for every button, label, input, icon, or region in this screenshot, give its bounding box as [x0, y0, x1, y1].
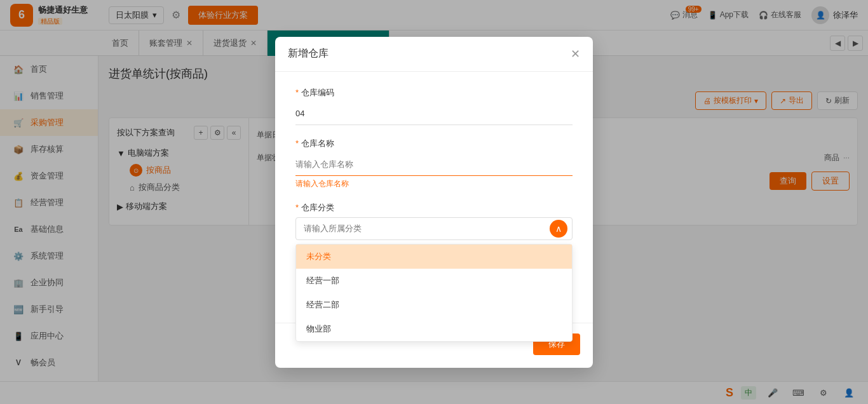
- form-row-name: * 仓库名称 请输入仓库名称: [295, 138, 573, 189]
- category-label: * 仓库分类: [295, 202, 573, 213]
- name-error-msg: 请输入仓库名称: [295, 178, 573, 189]
- dialog-title: 新增仓库: [288, 47, 329, 60]
- name-label: * 仓库名称: [295, 138, 573, 149]
- dropdown-item-dept2[interactable]: 经营二部: [296, 293, 572, 317]
- dropdown-item-dept3[interactable]: 物业部: [296, 317, 572, 341]
- code-label: * 仓库编码: [295, 87, 573, 98]
- name-input[interactable]: [295, 153, 573, 176]
- category-dropdown: 未分类 经营一部 经营二部 物业部: [295, 244, 573, 342]
- dialog-header: 新增仓库 ✕: [275, 37, 593, 72]
- new-warehouse-dialog: 新增仓库 ✕ * 仓库编码 * 仓库名称 请输入仓库名称: [275, 37, 593, 368]
- category-input[interactable]: [295, 217, 573, 240]
- code-input[interactable]: [295, 102, 573, 125]
- dropdown-item-dept1[interactable]: 经营一部: [296, 269, 572, 293]
- form-row-category: * 仓库分类 ∧ 未分类 经营一部 经营二部 物业部: [295, 202, 573, 240]
- category-select-wrapper: ∧ 未分类 经营一部 经营二部 物业部: [295, 217, 573, 240]
- category-arrow-icon[interactable]: ∧: [550, 220, 567, 238]
- form-row-code: * 仓库编码: [295, 87, 573, 125]
- dialog-close-btn[interactable]: ✕: [571, 47, 580, 61]
- modal-overlay: 新增仓库 ✕ * 仓库编码 * 仓库名称 请输入仓库名称: [0, 0, 868, 404]
- dropdown-item-uncategorized[interactable]: 未分类: [296, 245, 572, 269]
- dialog-body: * 仓库编码 * 仓库名称 请输入仓库名称 * 仓库分类: [275, 72, 593, 323]
